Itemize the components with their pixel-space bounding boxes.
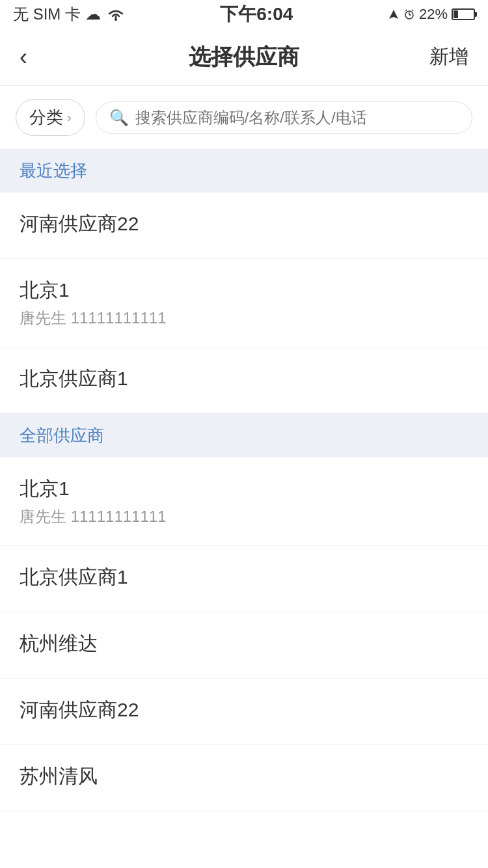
svg-marker-1	[389, 10, 398, 19]
status-right: 22%	[388, 6, 475, 23]
list-item[interactable]: 河南供应商22	[0, 679, 488, 745]
svg-line-6	[412, 10, 413, 11]
no-sim-text: 无 SIM 卡 ☁	[13, 4, 101, 25]
item-sub: 唐先生 11111111111	[20, 308, 468, 329]
alarm-icon	[403, 8, 415, 20]
location-icon	[388, 8, 400, 20]
list-item[interactable]: 北京供应商1	[0, 347, 488, 414]
item-name: 北京1	[20, 277, 468, 304]
list-item[interactable]: 河南供应商22	[0, 193, 488, 259]
item-name: 河南供应商22	[20, 697, 468, 724]
status-left: 无 SIM 卡 ☁	[13, 4, 126, 25]
back-button[interactable]: ‹	[20, 44, 59, 71]
category-filter[interactable]: 分类 ›	[16, 99, 85, 136]
item-name: 北京供应商1	[20, 564, 468, 591]
chevron-icon: ›	[67, 110, 72, 125]
list-item[interactable]: 北京1唐先生 11111111111	[0, 259, 488, 347]
nav-bar: ‹ 选择供应商 新增	[0, 29, 488, 86]
list-item[interactable]: 苏州清风	[0, 745, 488, 811]
supplier-list: 最近选择河南供应商22北京1唐先生 11111111111北京供应商1全部供应商…	[0, 149, 488, 811]
filter-bar: 分类 › 🔍	[0, 86, 488, 149]
list-item[interactable]: 杭州维达	[0, 612, 488, 679]
search-input[interactable]	[135, 109, 459, 127]
list-item[interactable]: 北京供应商1	[0, 546, 488, 612]
section-header-all: 全部供应商	[0, 414, 488, 457]
item-name: 杭州维达	[20, 631, 468, 657]
svg-point-0	[115, 18, 117, 21]
category-label: 分类	[29, 106, 63, 129]
battery-percent: 22%	[419, 6, 448, 23]
status-time: 下午6:04	[220, 2, 293, 27]
item-name: 北京供应商1	[20, 366, 468, 392]
page-title: 选择供应商	[59, 42, 429, 72]
svg-line-5	[405, 10, 407, 11]
search-icon: 🔍	[109, 109, 129, 127]
battery-icon	[452, 8, 475, 20]
section-header-recent: 最近选择	[0, 149, 488, 193]
item-sub: 唐先生 11111111111	[20, 506, 468, 527]
list-item[interactable]: 北京1唐先生 11111111111	[0, 457, 488, 546]
item-name: 苏州清风	[20, 763, 468, 790]
wifi-icon	[106, 7, 126, 21]
new-button[interactable]: 新增	[429, 44, 468, 70]
status-bar: 无 SIM 卡 ☁ 下午6:04 22%	[0, 0, 488, 29]
item-name: 河南供应商22	[20, 211, 468, 237]
search-box[interactable]: 🔍	[96, 102, 472, 134]
item-name: 北京1	[20, 476, 468, 502]
